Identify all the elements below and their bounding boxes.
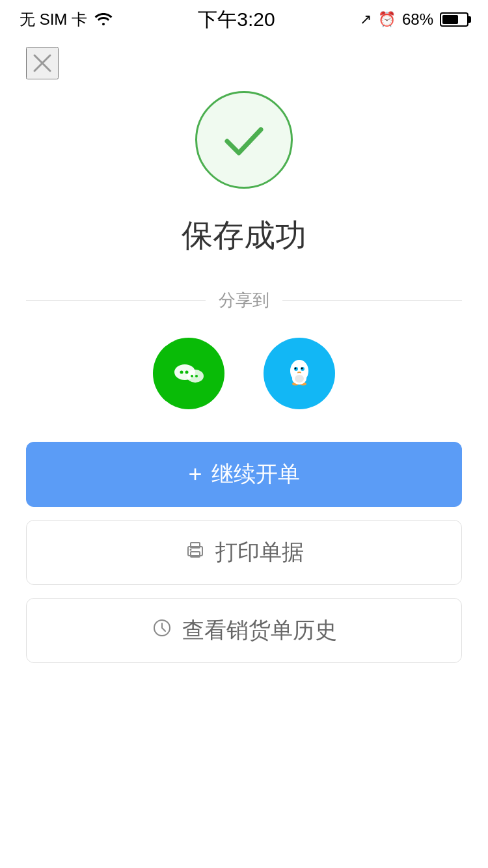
- print-button[interactable]: 打印单据: [26, 520, 462, 585]
- success-title: 保存成功: [182, 215, 306, 256]
- status-right: ↗ ⏰ 68%: [360, 10, 468, 29]
- share-section: 分享到: [0, 289, 488, 409]
- checkmark-icon: [218, 114, 270, 166]
- plus-icon: +: [188, 461, 202, 488]
- wechat-icon: [168, 353, 210, 395]
- qq-share-button[interactable]: [264, 338, 335, 409]
- status-left: 无 SIM 卡: [20, 9, 113, 30]
- action-buttons: + 继续开单 打印单据 查看销货单历史: [0, 442, 488, 663]
- close-button[interactable]: [26, 47, 59, 79]
- svg-point-4: [180, 370, 183, 373]
- continue-button[interactable]: + 继续开单: [26, 442, 462, 507]
- svg-point-21: [190, 549, 192, 551]
- history-label: 查看销货单历史: [182, 616, 337, 645]
- svg-point-11: [294, 367, 296, 369]
- battery-icon: [440, 12, 468, 27]
- wifi-icon: [94, 10, 113, 30]
- clock-icon: [151, 617, 173, 644]
- battery-percent: 68%: [402, 10, 433, 29]
- svg-point-17: [295, 375, 304, 383]
- share-icons: [26, 338, 462, 409]
- success-area: 保存成功 分享到: [0, 39, 488, 663]
- history-button[interactable]: 查看销货单历史: [26, 598, 462, 663]
- location-icon: ↗: [360, 11, 372, 28]
- wechat-share-button[interactable]: [153, 338, 224, 409]
- success-icon-circle: [195, 91, 293, 189]
- svg-point-12: [301, 367, 303, 369]
- no-sim-label: 无 SIM 卡: [20, 9, 87, 30]
- status-time: 下午3:20: [198, 7, 275, 33]
- share-divider: 分享到: [26, 289, 462, 312]
- qq-icon: [278, 353, 321, 395]
- status-bar: 无 SIM 卡 下午3:20 ↗ ⏰ 68%: [0, 0, 488, 39]
- alarm-icon: ⏰: [378, 11, 396, 28]
- svg-point-6: [191, 375, 193, 377]
- print-label: 打印单据: [215, 537, 304, 567]
- svg-point-5: [185, 370, 188, 373]
- share-label: 分享到: [219, 289, 269, 312]
- continue-label: 继续开单: [211, 459, 300, 489]
- printer-icon: [184, 539, 206, 566]
- svg-point-7: [195, 375, 198, 377]
